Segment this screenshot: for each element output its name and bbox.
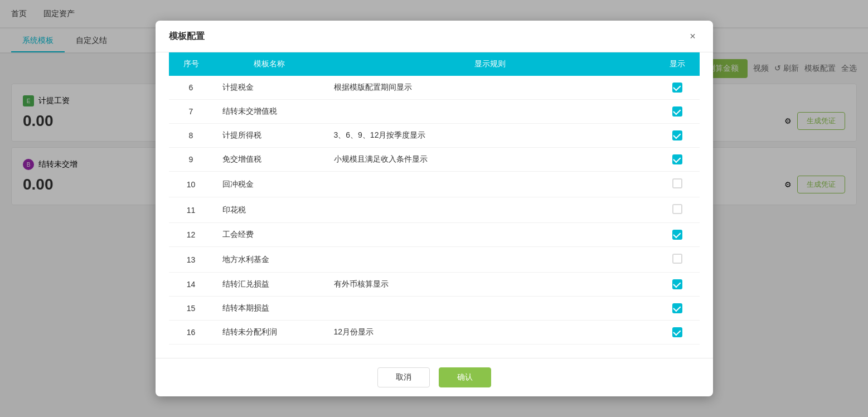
cell-checkbox[interactable] bbox=[655, 100, 700, 124]
cell-name: 结转未分配利润 bbox=[214, 321, 325, 345]
cell-name: 计提所得税 bbox=[214, 124, 325, 148]
col-header-no: 序号 bbox=[169, 52, 214, 76]
table-row: 6计提税金根据模版配置期间显示 bbox=[169, 76, 700, 100]
checkbox-checked-icon[interactable] bbox=[672, 130, 682, 140]
cancel-button[interactable]: 取消 bbox=[377, 367, 430, 387]
cell-no: 9 bbox=[169, 148, 214, 172]
config-table: 序号 模板名称 显示规则 显示 6计提税金根据模版配置期间显示7结转未交增值税8… bbox=[169, 52, 700, 345]
cell-name: 结转汇兑损益 bbox=[214, 273, 325, 297]
cell-checkbox[interactable] bbox=[655, 172, 700, 197]
template-config-modal: 模板配置 × 序号 模板名称 显示规则 显示 6计提税金根据模版配置期间显示7结… bbox=[156, 21, 713, 396]
cell-checkbox[interactable] bbox=[655, 223, 700, 247]
table-row: 7结转未交增值税 bbox=[169, 100, 700, 124]
cell-no: 14 bbox=[169, 273, 214, 297]
checkbox-checked-icon[interactable] bbox=[672, 279, 682, 289]
checkbox-checked-icon[interactable] bbox=[672, 83, 682, 93]
cell-rule: 根据模版配置期间显示 bbox=[325, 76, 655, 100]
cell-no: 6 bbox=[169, 76, 214, 100]
modal-title: 模板配置 bbox=[169, 31, 205, 42]
checkbox-unchecked-icon[interactable] bbox=[672, 204, 682, 214]
col-header-name: 模板名称 bbox=[214, 52, 325, 76]
col-header-display: 显示 bbox=[655, 52, 700, 76]
modal-close-button[interactable]: × bbox=[686, 30, 700, 43]
cell-no: 15 bbox=[169, 297, 214, 321]
table-row: 15结转本期损益 bbox=[169, 297, 700, 321]
cell-name: 计提税金 bbox=[214, 76, 325, 100]
cell-no: 10 bbox=[169, 172, 214, 197]
cell-checkbox[interactable] bbox=[655, 148, 700, 172]
cell-rule: 有外币核算显示 bbox=[325, 273, 655, 297]
table-row: 14结转汇兑损益有外币核算显示 bbox=[169, 273, 700, 297]
cell-rule bbox=[325, 223, 655, 247]
cell-rule bbox=[325, 100, 655, 124]
table-row: 16结转未分配利润12月份显示 bbox=[169, 321, 700, 345]
cell-no: 11 bbox=[169, 197, 214, 223]
table-body: 6计提税金根据模版配置期间显示7结转未交增值税8计提所得税3、6、9、12月按季… bbox=[169, 76, 700, 345]
modal-body: 序号 模板名称 显示规则 显示 6计提税金根据模版配置期间显示7结转未交增值税8… bbox=[156, 52, 713, 358]
cell-no: 16 bbox=[169, 321, 214, 345]
cell-rule bbox=[325, 247, 655, 273]
cell-rule bbox=[325, 172, 655, 197]
cell-name: 免交增值税 bbox=[214, 148, 325, 172]
cell-checkbox[interactable] bbox=[655, 76, 700, 100]
cell-checkbox[interactable] bbox=[655, 247, 700, 273]
modal-header: 模板配置 × bbox=[156, 21, 713, 52]
cell-no: 13 bbox=[169, 247, 214, 273]
table-row: 10回冲税金 bbox=[169, 172, 700, 197]
table-header: 序号 模板名称 显示规则 显示 bbox=[169, 52, 700, 76]
cell-rule: 小规模且满足收入条件显示 bbox=[325, 148, 655, 172]
cell-checkbox[interactable] bbox=[655, 197, 700, 223]
cell-checkbox[interactable] bbox=[655, 321, 700, 345]
cell-name: 印花税 bbox=[214, 197, 325, 223]
cell-checkbox[interactable] bbox=[655, 124, 700, 148]
checkbox-checked-icon[interactable] bbox=[672, 327, 682, 337]
table-row: 9免交增值税小规模且满足收入条件显示 bbox=[169, 148, 700, 172]
table-row: 8计提所得税3、6、9、12月按季度显示 bbox=[169, 124, 700, 148]
cell-name: 工会经费 bbox=[214, 223, 325, 247]
table-row: 12工会经费 bbox=[169, 223, 700, 247]
modal-overlay: 模板配置 × 序号 模板名称 显示规则 显示 6计提税金根据模版配置期间显示7结… bbox=[0, 0, 868, 417]
modal-footer: 取消 确认 bbox=[156, 358, 713, 396]
table-row: 11印花税 bbox=[169, 197, 700, 223]
checkbox-checked-icon[interactable] bbox=[672, 106, 682, 117]
checkbox-checked-icon[interactable] bbox=[672, 154, 682, 164]
cell-rule: 12月份显示 bbox=[325, 321, 655, 345]
cell-name: 结转本期损益 bbox=[214, 297, 325, 321]
cell-name: 回冲税金 bbox=[214, 172, 325, 197]
table-row: 13地方水利基金 bbox=[169, 247, 700, 273]
cell-name: 结转未交增值税 bbox=[214, 100, 325, 124]
checkbox-unchecked-icon[interactable] bbox=[672, 254, 682, 264]
cell-rule bbox=[325, 297, 655, 321]
cell-no: 8 bbox=[169, 124, 214, 148]
cell-checkbox[interactable] bbox=[655, 297, 700, 321]
checkbox-checked-icon[interactable] bbox=[672, 230, 682, 240]
confirm-button[interactable]: 确认 bbox=[439, 367, 491, 387]
cell-rule: 3、6、9、12月按季度显示 bbox=[325, 124, 655, 148]
cell-rule bbox=[325, 197, 655, 223]
cell-no: 7 bbox=[169, 100, 214, 124]
checkbox-checked-icon[interactable] bbox=[672, 303, 682, 313]
cell-name: 地方水利基金 bbox=[214, 247, 325, 273]
cell-checkbox[interactable] bbox=[655, 273, 700, 297]
checkbox-unchecked-icon[interactable] bbox=[672, 178, 682, 188]
col-header-rule: 显示规则 bbox=[325, 52, 655, 76]
cell-no: 12 bbox=[169, 223, 214, 247]
